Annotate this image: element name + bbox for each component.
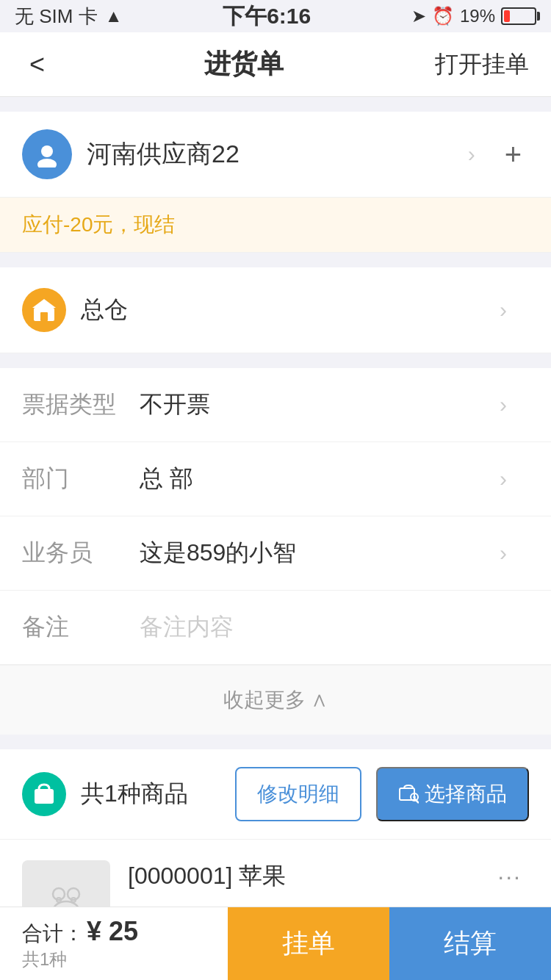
remark-row[interactable]: 备注 备注内容 [0, 591, 551, 665]
checkout-button[interactable]: 结算 [389, 907, 551, 980]
warehouse-icon [22, 288, 66, 332]
invoice-type-value: 不开票 [140, 389, 500, 421]
back-button[interactable]: < [22, 42, 52, 87]
product-more-button[interactable]: ··· [490, 860, 529, 893]
department-label: 部门 [22, 463, 140, 495]
remark-label: 备注 [22, 611, 140, 644]
svg-marker-3 [32, 299, 56, 308]
status-bar: 无 SIM 卡 ▲ 下午6:16 ➤ ⏰ 19% [0, 0, 551, 32]
fields-card: 票据类型 不开票 › 部门 总 部 › 业务员 这是859的小智 › 备注 备注… [0, 368, 551, 735]
carrier-label: 无 SIM 卡 [15, 4, 98, 29]
department-row[interactable]: 部门 总 部 › [0, 442, 551, 516]
svg-point-0 [41, 145, 53, 157]
invoice-type-chevron-icon: › [500, 392, 507, 417]
remark-placeholder: 备注内容 [140, 611, 529, 644]
svg-rect-5 [35, 789, 54, 804]
supplier-card: 河南供应商22 › + 应付-20元，现结 [0, 112, 551, 253]
battery-percent: 19% [460, 6, 495, 26]
product-code: [0000001] [128, 862, 232, 889]
warehouse-row[interactable]: 总仓 › [0, 267, 551, 353]
edit-detail-button[interactable]: 修改明细 [235, 767, 361, 821]
product-header: 共1种商品 修改明细 选择商品 [0, 749, 551, 839]
invoice-type-row[interactable]: 票据类型 不开票 › [0, 368, 551, 442]
suspend-button[interactable]: 挂单 [228, 907, 389, 980]
svg-point-1 [37, 159, 57, 167]
salesman-chevron-icon: › [500, 541, 507, 566]
alarm-icon: ⏰ [432, 6, 454, 26]
section-divider-3 [0, 353, 551, 368]
section-divider-2 [0, 253, 551, 267]
supplier-avatar [22, 129, 72, 179]
open-pending-button[interactable]: 打开挂单 [435, 48, 529, 81]
select-product-label: 选择商品 [425, 780, 507, 808]
supplier-row[interactable]: 河南供应商22 › + [0, 112, 551, 198]
bottom-bar: 合计： ¥ 25 共1种 挂单 结算 [0, 907, 551, 980]
total-section: 合计： ¥ 25 共1种 [0, 907, 228, 980]
status-right: ➤ ⏰ 19% [411, 6, 536, 26]
nav-bar: < 进货单 打开挂单 [0, 32, 551, 97]
page-title: 进货单 [204, 46, 284, 82]
product-count-label: 共1种商品 [81, 778, 220, 810]
supplier-name: 河南供应商22 [87, 137, 468, 171]
salesman-value: 这是859的小智 [140, 537, 500, 569]
section-divider-1 [0, 97, 551, 112]
svg-rect-4 [40, 312, 48, 321]
salesman-row[interactable]: 业务员 这是859的小智 › [0, 516, 551, 591]
section-divider-4 [0, 735, 551, 749]
wifi-icon: ▲ [105, 6, 123, 26]
total-count: 共1种 [22, 948, 206, 971]
product-title: 苹果 [239, 862, 286, 889]
department-value: 总 部 [140, 463, 500, 495]
location-icon: ➤ [411, 6, 426, 26]
battery-icon [501, 7, 536, 25]
department-chevron-icon: › [500, 466, 507, 491]
warehouse-card: 总仓 › [0, 267, 551, 353]
select-product-button[interactable]: 选择商品 [376, 767, 529, 821]
supplier-chevron-icon: › [468, 142, 475, 167]
warehouse-name: 总仓 [81, 294, 500, 326]
salesman-label: 业务员 [22, 537, 140, 569]
product-section-icon [22, 772, 66, 816]
supplier-notice: 应付-20元，现结 [0, 198, 551, 253]
invoice-type-label: 票据类型 [22, 389, 140, 421]
status-left: 无 SIM 卡 ▲ [15, 4, 122, 29]
total-amount: ¥ 25 [87, 916, 138, 947]
collapse-button[interactable]: 收起更多 ∧ [0, 665, 551, 735]
add-supplier-button[interactable]: + [497, 138, 529, 171]
status-time: 下午6:16 [223, 1, 311, 32]
total-label: 合计： [22, 920, 84, 948]
product-name: [0000001] 苹果 [128, 860, 472, 893]
warehouse-chevron-icon: › [500, 298, 507, 323]
